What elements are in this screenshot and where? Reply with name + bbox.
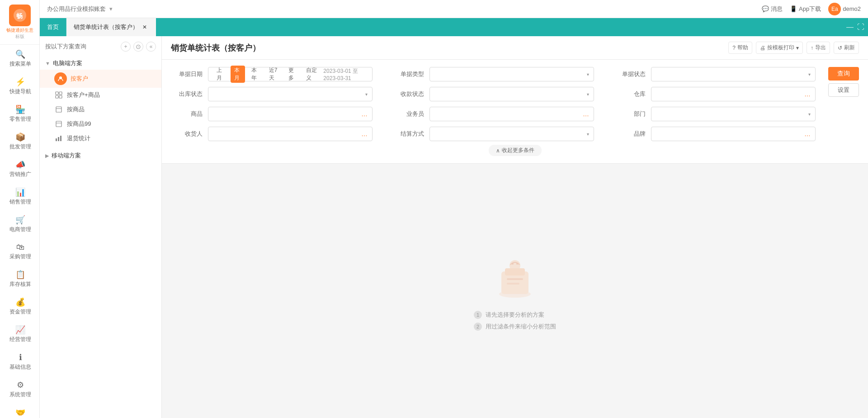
purchase-icon: 🛍 — [16, 242, 24, 252]
date-input[interactable]: 上月 本月 本年 近7天 更多 自定义 2023-03-01 至 2023-03… — [208, 67, 373, 81]
date-more-btn[interactable]: 更多 — [285, 66, 300, 83]
by-customer-label: 按客户 — [71, 75, 88, 83]
sidebar-item-inventory[interactable]: 📋 库存核算 — [0, 265, 39, 293]
sidebar-item-purchase[interactable]: 🛍 采购管理 — [0, 238, 39, 265]
sidebar-item-retail[interactable]: 🏪 零售管理 — [0, 100, 39, 128]
topbar: 办公用品行业模拟账套 ▾ 💬 消息 📱 App下载 Ea demo2 — [40, 0, 868, 18]
filter-row-3: 商品 … 业务员 … 部门 — [171, 107, 816, 121]
sidebar-item-sales[interactable]: 📊 销售管理 — [0, 183, 39, 210]
app-download-btn[interactable]: 📱 App下载 — [790, 5, 821, 13]
salesperson-dots-btn[interactable]: … — [583, 110, 589, 118]
svg-rect-13 — [60, 136, 61, 141]
recipient-dots-btn[interactable]: … — [361, 130, 368, 138]
logo-subtitle: 标版 — [15, 33, 24, 40]
svg-point-19 — [509, 260, 520, 271]
left-panel: 按以下方案查询 + ⊙ « ▼ 电脑端方案 — [40, 36, 162, 418]
operations-icon: 📈 — [15, 325, 25, 335]
collapse-btn[interactable]: ∧ 收起更多条件 — [489, 145, 542, 156]
warehouse-input[interactable]: … — [651, 87, 816, 101]
empty-illustration — [488, 251, 542, 305]
sidebar-item-enterprise[interactable]: 🤝 企业协同 — [0, 403, 39, 418]
sidebar-item-marketing[interactable]: 📣 营销推广 — [0, 155, 39, 183]
query-btn[interactable]: 查询 — [828, 67, 859, 81]
svg-rect-7 — [56, 107, 61, 112]
refresh-btn[interactable]: ↺ 刷新 — [834, 42, 859, 54]
empty-hint-2: 2 用过滤条件来缩小分析范围 — [474, 323, 556, 331]
date-custom-btn[interactable]: 自定义 — [302, 66, 321, 83]
doc-status-label: 单据状态 — [614, 70, 646, 78]
collapse-row: ∧ 收起更多条件 — [171, 145, 859, 156]
doc-type-input[interactable]: ▾ — [429, 67, 594, 81]
svg-text:畅: 畅 — [16, 12, 23, 19]
salesperson-label: 业务员 — [392, 110, 424, 118]
settings-btn[interactable]: 设置 — [828, 83, 859, 97]
brand-dots-btn[interactable]: … — [804, 130, 811, 138]
sidebar-item-search[interactable]: 🔍 搜索菜单 — [0, 45, 39, 72]
sidebar-item-operations[interactable]: 📈 经营管理 — [0, 320, 39, 348]
main-area: 办公用品行业模拟账套 ▾ 💬 消息 📱 App下载 Ea demo2 首页 — [40, 0, 868, 418]
department-input[interactable]: ▾ — [651, 107, 816, 121]
filter-row-2: 出库状态 ▾ 收款状态 ▾ 仓库 — [171, 87, 816, 101]
sidebar-item-finance[interactable]: 💰 资金管理 — [0, 293, 39, 320]
tree-item-return-stats[interactable]: 退货统计 — [40, 131, 161, 146]
product-input[interactable]: … — [208, 107, 373, 121]
sidebar-item-wholesale[interactable]: 📦 批发管理 — [0, 128, 39, 155]
message-btn[interactable]: 💬 消息 — [762, 5, 783, 13]
panel-title: 按以下方案查询 — [45, 43, 86, 51]
help-btn[interactable]: ? 帮助 — [728, 42, 752, 54]
retail-icon: 🏪 — [15, 104, 25, 114]
sidebar-item-quick-nav[interactable]: ⚡ 快捷导航 — [0, 72, 39, 100]
panel-add-btn[interactable]: + — [121, 42, 131, 52]
marketing-icon: 📣 — [15, 160, 25, 170]
return-stats-icon — [54, 134, 63, 143]
payment-input[interactable]: ▾ — [429, 87, 594, 101]
date-year-btn[interactable]: 本年 — [248, 66, 263, 83]
tab-maximize-btn[interactable]: ⛶ — [857, 23, 864, 31]
enterprise-icon: 🤝 — [15, 408, 25, 418]
product-dots-btn[interactable]: … — [361, 110, 368, 118]
header-actions: ? 帮助 🖨 按模板打印 ▾ ↑ 导出 ↺ 刷新 — [728, 42, 859, 59]
panel-collapse-btn[interactable]: « — [146, 42, 156, 52]
finance-icon: 💰 — [15, 297, 25, 307]
settlement-input[interactable]: ▾ — [429, 127, 594, 141]
print-btn[interactable]: 🖨 按模板打印 ▾ — [756, 42, 803, 54]
desktop-group-header[interactable]: ▼ 电脑端方案 — [40, 57, 161, 70]
brand-input[interactable]: … — [651, 127, 816, 141]
by-product-icon — [54, 105, 63, 114]
export-btn[interactable]: ↑ 导出 — [807, 42, 830, 54]
tree-item-by-customer-product[interactable]: 按客户+商品 — [40, 88, 161, 102]
svg-rect-9 — [56, 121, 61, 127]
tab-sales-stats[interactable]: 销货单统计表（按客户） ✕ — [66, 18, 156, 36]
topbar-left: 办公用品行业模拟账套 ▾ — [47, 5, 113, 13]
user-area[interactable]: Ea demo2 — [828, 3, 861, 15]
warehouse-dots-btn[interactable]: … — [804, 90, 811, 98]
hint-2-num: 2 — [474, 323, 482, 331]
tab-home[interactable]: 首页 — [40, 18, 66, 36]
date-last-month-btn[interactable]: 上月 — [213, 66, 228, 83]
mobile-group-header[interactable]: ▶ 移动端方案 — [40, 149, 161, 162]
tab-minimize-btn[interactable]: — — [846, 23, 854, 31]
sidebar-item-basic-info[interactable]: ℹ 基础信息 — [0, 348, 39, 375]
salesperson-input[interactable]: … — [429, 107, 594, 121]
sidebar: 畅 畅捷通好生意 标版 🔍 搜索菜单 ⚡ 快捷导航 🏪 零售管理 📦 批发管理 … — [0, 0, 40, 418]
help-icon: ? — [732, 45, 736, 51]
doc-status-input[interactable]: ▾ — [651, 67, 816, 81]
breadcrumb-dropdown-icon[interactable]: ▾ — [109, 5, 113, 12]
date-range-text: 2023-03-01 至 2023-03-31 — [323, 67, 368, 81]
date-current-month-btn[interactable]: 本月 — [231, 66, 245, 83]
tree-item-by-product[interactable]: 按商品 — [40, 102, 161, 117]
tree-section: ▼ 电脑端方案 按客户 — [40, 55, 161, 164]
panel-refresh-btn[interactable]: ⊙ — [133, 42, 143, 52]
date-7days-btn[interactable]: 近7天 — [265, 66, 282, 83]
shipment-input[interactable]: ▾ — [208, 87, 373, 101]
recipient-input[interactable]: … — [208, 127, 373, 141]
tree-item-by-product-99[interactable]: 按商品99 — [40, 117, 161, 131]
tab-close-btn[interactable]: ✕ — [141, 24, 148, 31]
tree-item-by-customer[interactable]: 按客户 — [40, 70, 161, 88]
date-label: 单据日期 — [171, 70, 203, 78]
sidebar-item-system[interactable]: ⚙ 系统管理 — [0, 375, 39, 403]
sidebar-item-ecommerce[interactable]: 🛒 电商管理 — [0, 210, 39, 238]
export-icon: ↑ — [811, 45, 813, 51]
by-product-99-icon — [54, 119, 63, 128]
sales-icon: 📊 — [15, 187, 25, 197]
